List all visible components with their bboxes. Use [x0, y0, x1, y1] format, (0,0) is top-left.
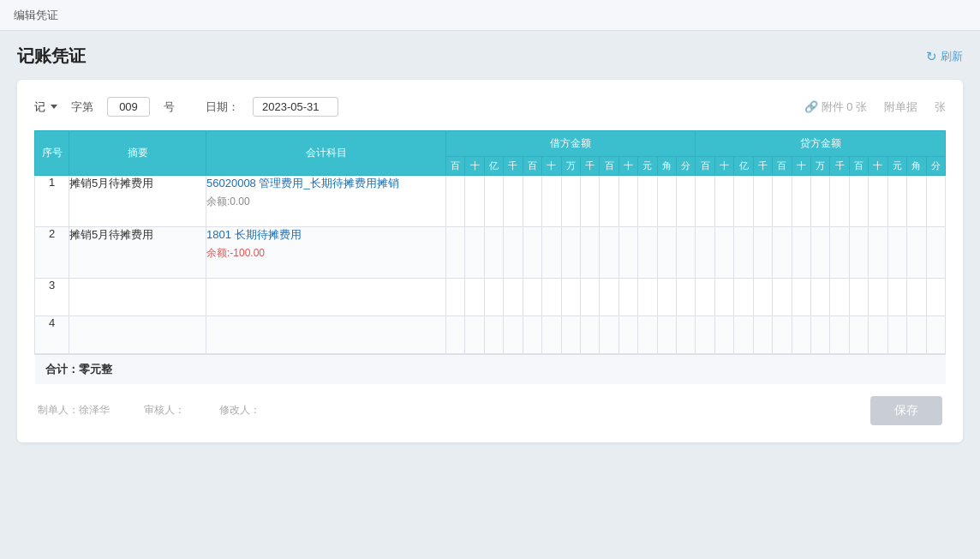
cell-credit-6[interactable]: [811, 227, 830, 279]
cell-credit-2[interactable]: [734, 316, 753, 354]
cell-debit-2[interactable]: [484, 227, 503, 279]
cell-summary[interactable]: 摊销5月待摊费用: [69, 227, 206, 279]
cell-credit-10[interactable]: [887, 176, 906, 227]
cell-credit-7[interactable]: [830, 227, 849, 279]
cell-credit-4[interactable]: [773, 279, 792, 316]
cell-credit-12[interactable]: [926, 227, 945, 279]
cell-credit-8[interactable]: [849, 316, 868, 354]
cell-credit-11[interactable]: [907, 176, 926, 227]
cell-credit-3[interactable]: [753, 316, 772, 354]
cell-debit-11[interactable]: [657, 279, 676, 316]
cell-credit-8[interactable]: [849, 176, 868, 227]
cell-debit-1[interactable]: [465, 176, 484, 227]
cell-credit-12[interactable]: [926, 279, 945, 316]
cell-debit-8[interactable]: [600, 227, 618, 279]
cell-credit-4[interactable]: [773, 176, 792, 227]
cell-debit-7[interactable]: [580, 227, 599, 279]
cell-debit-11[interactable]: [657, 227, 676, 279]
cell-credit-4[interactable]: [773, 316, 792, 354]
cell-credit-11[interactable]: [907, 227, 926, 279]
cell-summary[interactable]: 摊销5月待摊费用: [69, 176, 206, 227]
cell-debit-0[interactable]: [446, 176, 465, 227]
cell-debit-5[interactable]: [542, 316, 561, 354]
cell-credit-7[interactable]: [830, 176, 849, 227]
table-row[interactable]: 2摊销5月待摊费用1801 长期待摊费用余额:-100.00: [35, 227, 946, 279]
cell-credit-8[interactable]: [849, 279, 868, 316]
cell-debit-3[interactable]: [504, 227, 523, 279]
cell-credit-12[interactable]: [926, 176, 945, 227]
cell-debit-1[interactable]: [465, 316, 484, 354]
cell-debit-9[interactable]: [618, 176, 637, 227]
cell-debit-9[interactable]: [618, 279, 637, 316]
cell-debit-10[interactable]: [638, 279, 657, 316]
cell-account[interactable]: 56020008 管理费用_长期待摊费用摊销余额:0.00: [206, 176, 446, 227]
cell-account[interactable]: [206, 279, 446, 316]
attachment-label[interactable]: 附件 0 张: [822, 99, 867, 115]
cell-credit-2[interactable]: [734, 279, 753, 316]
cell-credit-5[interactable]: [792, 227, 810, 279]
cell-credit-1[interactable]: [714, 227, 733, 279]
cell-debit-12[interactable]: [677, 176, 696, 227]
cell-debit-6[interactable]: [561, 227, 580, 279]
cell-debit-1[interactable]: [465, 227, 484, 279]
cell-debit-4[interactable]: [523, 176, 541, 227]
cell-credit-1[interactable]: [714, 316, 733, 354]
cell-debit-5[interactable]: [542, 227, 561, 279]
cell-credit-9[interactable]: [869, 227, 887, 279]
table-row[interactable]: 3: [35, 279, 946, 316]
cell-credit-6[interactable]: [811, 176, 830, 227]
cell-debit-7[interactable]: [580, 279, 599, 316]
voucher-number-field[interactable]: 009: [107, 97, 150, 117]
cell-debit-10[interactable]: [638, 227, 657, 279]
cell-account[interactable]: 1801 长期待摊费用余额:-100.00: [206, 227, 446, 279]
cell-credit-5[interactable]: [792, 279, 810, 316]
attachment-single-label[interactable]: 附单据: [884, 99, 917, 115]
cell-credit-10[interactable]: [887, 279, 906, 316]
cell-credit-7[interactable]: [830, 316, 849, 354]
cell-debit-1[interactable]: [465, 279, 484, 316]
cell-debit-12[interactable]: [677, 227, 696, 279]
voucher-type-selector[interactable]: 记: [34, 99, 57, 115]
cell-debit-8[interactable]: [600, 279, 618, 316]
cell-credit-9[interactable]: [869, 176, 887, 227]
cell-credit-12[interactable]: [926, 316, 945, 354]
cell-debit-6[interactable]: [561, 279, 580, 316]
cell-credit-0[interactable]: [696, 176, 714, 227]
cell-debit-10[interactable]: [638, 176, 657, 227]
table-row[interactable]: 1摊销5月待摊费用56020008 管理费用_长期待摊费用摊销余额:0.00: [35, 176, 946, 227]
cell-credit-2[interactable]: [734, 227, 753, 279]
cell-debit-10[interactable]: [638, 316, 657, 354]
cell-credit-7[interactable]: [830, 279, 849, 316]
cell-credit-5[interactable]: [792, 316, 810, 354]
cell-debit-0[interactable]: [446, 316, 465, 354]
cell-debit-11[interactable]: [657, 176, 676, 227]
cell-credit-0[interactable]: [696, 227, 714, 279]
cell-debit-12[interactable]: [677, 279, 696, 316]
cell-credit-4[interactable]: [773, 227, 792, 279]
cell-debit-7[interactable]: [580, 176, 599, 227]
cell-debit-0[interactable]: [446, 227, 465, 279]
cell-credit-9[interactable]: [869, 316, 887, 354]
cell-debit-9[interactable]: [618, 316, 637, 354]
cell-credit-0[interactable]: [696, 316, 714, 354]
cell-credit-5[interactable]: [792, 176, 810, 227]
cell-debit-9[interactable]: [618, 227, 637, 279]
cell-debit-2[interactable]: [484, 176, 503, 227]
cell-credit-10[interactable]: [887, 227, 906, 279]
refresh-button[interactable]: ↻ 刷新: [926, 49, 963, 64]
cell-debit-6[interactable]: [561, 316, 580, 354]
save-button[interactable]: 保存: [870, 396, 942, 425]
cell-credit-1[interactable]: [714, 279, 733, 316]
cell-debit-12[interactable]: [677, 316, 696, 354]
cell-credit-3[interactable]: [753, 279, 772, 316]
cell-summary[interactable]: [69, 279, 206, 316]
cell-debit-3[interactable]: [504, 316, 523, 354]
cell-credit-11[interactable]: [907, 316, 926, 354]
cell-debit-2[interactable]: [484, 316, 503, 354]
cell-credit-6[interactable]: [811, 316, 830, 354]
date-field[interactable]: 2023-05-31: [253, 97, 338, 117]
cell-debit-0[interactable]: [446, 279, 465, 316]
cell-debit-3[interactable]: [504, 279, 523, 316]
cell-debit-5[interactable]: [542, 279, 561, 316]
cell-credit-3[interactable]: [753, 227, 772, 279]
